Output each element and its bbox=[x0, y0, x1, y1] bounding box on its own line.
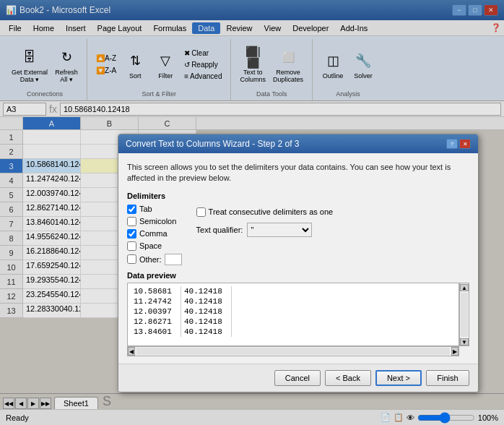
semicolon-label: Semicolon bbox=[139, 217, 176, 226]
preview-cell: 40.12418 bbox=[181, 286, 232, 296]
dialog-title-buttons: ? ✕ bbox=[446, 139, 471, 149]
other-checkbox[interactable] bbox=[127, 254, 136, 264]
right-options: Treat consecutive delimiters as one Text… bbox=[196, 205, 334, 265]
tab-checkbox-row: Tab bbox=[127, 205, 182, 214]
scroll-left-button[interactable]: ◀ bbox=[128, 347, 135, 356]
space-label: Space bbox=[139, 241, 162, 250]
preview-cell: 13.84601 bbox=[131, 327, 181, 337]
preview-container: 10.5868140.12418 11.2474240.12418 12.003… bbox=[127, 283, 469, 355]
preview-cell: 40.12418 bbox=[181, 317, 232, 327]
dialog-close-button[interactable]: ✕ bbox=[459, 139, 471, 149]
next-button[interactable]: Next > bbox=[375, 370, 422, 386]
preview-cell: 11.24742 bbox=[131, 296, 181, 306]
preview-cell: 12.86271 bbox=[131, 317, 181, 327]
list-item: 10.5868140.12418 bbox=[131, 286, 456, 296]
tab-checkbox[interactable] bbox=[127, 205, 136, 214]
scroll-down-button[interactable]: ▼ bbox=[460, 338, 469, 345]
list-item: 13.8460140.12418 bbox=[131, 327, 456, 337]
treat-consecutive-checkbox[interactable] bbox=[196, 207, 206, 217]
data-preview-section: Data preview 10.5868140.12418 11.2474240… bbox=[127, 271, 469, 355]
list-item: 11.2474240.12418 bbox=[131, 296, 456, 306]
preview-box[interactable]: 10.5868140.12418 11.2474240.12418 12.003… bbox=[127, 283, 459, 346]
scroll-up-button[interactable]: ▲ bbox=[460, 284, 469, 291]
dialog-body: This screen allows you to set the delimi… bbox=[118, 153, 478, 364]
back-button[interactable]: < Back bbox=[325, 370, 371, 386]
preview-cell: 10.58681 bbox=[131, 286, 181, 296]
dialog-footer: Cancel < Back Next > Finish bbox=[118, 364, 478, 392]
qualifier-row: Text qualifier: " ' {none} bbox=[196, 223, 334, 237]
preview-cell: 40.12418 bbox=[181, 296, 232, 306]
finish-button[interactable]: Finish bbox=[426, 370, 469, 386]
preview-cell: 40.12418 bbox=[181, 306, 232, 317]
h-scroll-track bbox=[136, 348, 450, 355]
dialog-title-text: Convert Text to Columns Wizard - Step 2 … bbox=[126, 139, 300, 149]
data-preview-label: Data preview bbox=[127, 271, 469, 280]
other-input[interactable] bbox=[165, 254, 182, 265]
list-item: 12.8627140.12418 bbox=[131, 317, 456, 327]
space-checkbox-row: Space bbox=[127, 241, 182, 251]
comma-label: Comma bbox=[139, 229, 168, 238]
preview-scrollbar-v[interactable]: ▲ ▼ bbox=[459, 283, 469, 346]
other-label: Other: bbox=[139, 255, 162, 264]
dialog-title-bar: Convert Text to Columns Wizard - Step 2 … bbox=[118, 134, 478, 153]
delimiter-checkboxes: Tab Semicolon Comma Space Other: bbox=[127, 205, 182, 265]
dialog-help-button[interactable]: ? bbox=[446, 139, 458, 149]
dialog-description: This screen allows you to set the delimi… bbox=[127, 162, 469, 184]
treat-consecutive-row: Treat consecutive delimiters as one bbox=[196, 207, 334, 217]
list-item: 12.0039740.12418 bbox=[131, 306, 456, 317]
qualifier-select[interactable]: " ' {none} bbox=[247, 223, 312, 237]
semicolon-checkbox[interactable] bbox=[127, 217, 136, 226]
preview-scrollbar-h[interactable]: ◀ ▶ bbox=[127, 346, 459, 356]
semicolon-checkbox-row: Semicolon bbox=[127, 217, 182, 226]
space-checkbox[interactable] bbox=[127, 241, 136, 251]
other-checkbox-row: Other: bbox=[127, 254, 182, 265]
preview-cell: 40.12418 bbox=[181, 327, 232, 337]
comma-checkbox-row: Comma bbox=[127, 229, 182, 239]
preview-cell: 12.00397 bbox=[131, 306, 181, 317]
scroll-right-button[interactable]: ▶ bbox=[451, 347, 459, 356]
qualifier-label: Text qualifier: bbox=[196, 226, 243, 234]
treat-consecutive-label: Treat consecutive delimiters as one bbox=[209, 207, 334, 216]
scroll-track bbox=[461, 293, 468, 337]
tab-label: Tab bbox=[139, 205, 152, 213]
convert-text-to-columns-dialog: Convert Text to Columns Wizard - Step 2 … bbox=[118, 134, 479, 392]
cancel-button[interactable]: Cancel bbox=[274, 370, 321, 386]
delimiters-section-title: Delimiters bbox=[127, 192, 469, 200]
comma-checkbox[interactable] bbox=[127, 229, 136, 239]
